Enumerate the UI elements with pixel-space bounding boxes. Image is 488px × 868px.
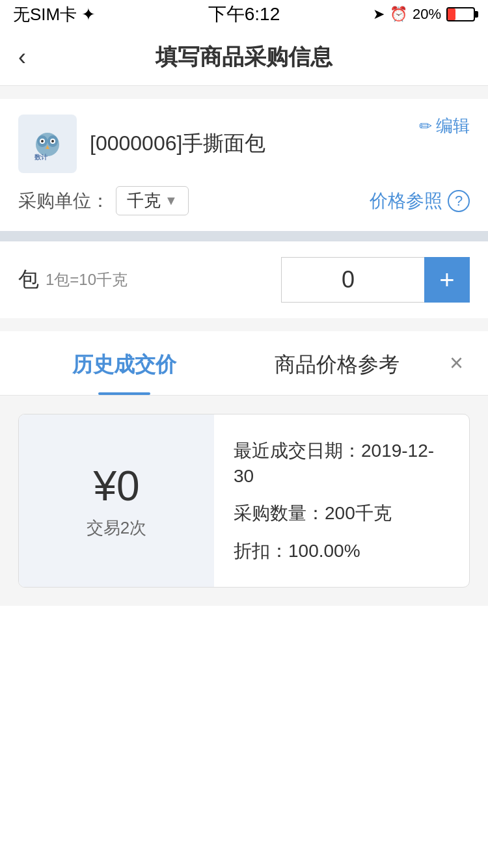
dropdown-arrow-icon: ▼ — [165, 193, 178, 208]
product-unit-row: 采购单位： 千克 ▼ 价格参照 ? — [18, 186, 470, 215]
help-icon: ? — [448, 190, 470, 212]
price-transactions: 交易2次 — [87, 517, 146, 539]
price-discount-row: 折扣：100.00% — [234, 538, 450, 563]
owl-logo: 数计 — [28, 122, 67, 167]
quantity-row: 包 1包=10千克 + — [0, 241, 488, 318]
quantity-input-group[interactable]: + — [281, 257, 470, 303]
time-text: 下午6:12 — [208, 2, 280, 27]
section-divider — [0, 231, 488, 241]
tab-price-reference[interactable]: 商品价格参考 — [230, 331, 442, 395]
price-qty-row: 采购数量：200千克 — [234, 500, 450, 526]
battery-icon — [446, 7, 475, 21]
quantity-unit: 包 — [18, 265, 39, 294]
product-image: 数计 — [18, 115, 77, 173]
location-icon: ➤ — [373, 6, 385, 23]
tab-history-price[interactable]: 历史成交价 — [18, 331, 230, 395]
alarm-icon: ⏰ — [390, 6, 407, 23]
unit-label: 采购单位： — [18, 189, 109, 213]
tabs-row: 历史成交价 商品价格参考 × — [0, 331, 488, 395]
content-area — [0, 606, 488, 868]
quantity-sub-label: 1包=10千克 — [46, 269, 128, 290]
price-card: ¥0 交易2次 最近成交日期：2019-12-30 采购数量：200千克 折扣：… — [18, 414, 470, 588]
svg-text:数计: 数计 — [34, 154, 48, 161]
unit-section: 采购单位： 千克 ▼ — [18, 186, 189, 215]
status-right: ➤ ⏰ 20% — [373, 6, 475, 23]
product-name: [0000006]手撕面包 — [90, 129, 265, 158]
edit-icon: ✏ — [419, 117, 432, 135]
nav-bar: ‹ 填写商品采购信息 — [0, 29, 488, 86]
svg-point-6 — [51, 140, 54, 142]
carrier-text: 无SIM卡 ✦ — [13, 3, 96, 26]
price-right-panel: 最近成交日期：2019-12-30 采购数量：200千克 折扣：100.00% — [214, 414, 469, 587]
tabs-close-button[interactable]: × — [443, 343, 470, 383]
quantity-plus-button[interactable]: + — [424, 257, 470, 303]
product-info-left: 数计 [0000006]手撕面包 — [18, 115, 265, 173]
status-bar: 无SIM卡 ✦ 下午6:12 ➤ ⏰ 20% — [0, 0, 488, 29]
price-reference-link[interactable]: 价格参照 ? — [370, 189, 470, 213]
quantity-input[interactable] — [281, 257, 424, 303]
battery-percent: 20% — [413, 6, 441, 23]
product-header: 数计 [0000006]手撕面包 ✏ 编辑 — [18, 115, 470, 173]
quantity-label: 包 1包=10千克 — [18, 265, 128, 294]
back-button[interactable]: ‹ — [18, 44, 26, 71]
tabs-container: 历史成交价 商品价格参考 × — [0, 331, 488, 396]
svg-point-5 — [41, 140, 44, 142]
price-amount: ¥0 — [93, 462, 139, 510]
edit-button[interactable]: ✏ 编辑 — [419, 115, 470, 137]
page-title: 填写商品采购信息 — [156, 42, 332, 72]
unit-dropdown[interactable]: 千克 ▼ — [116, 186, 189, 215]
price-left-panel: ¥0 交易2次 — [19, 414, 214, 587]
price-date-row: 最近成交日期：2019-12-30 — [234, 438, 450, 489]
product-card: 数计 [0000006]手撕面包 ✏ 编辑 采购单位： 千克 ▼ 价格参照 ? — [0, 99, 488, 231]
